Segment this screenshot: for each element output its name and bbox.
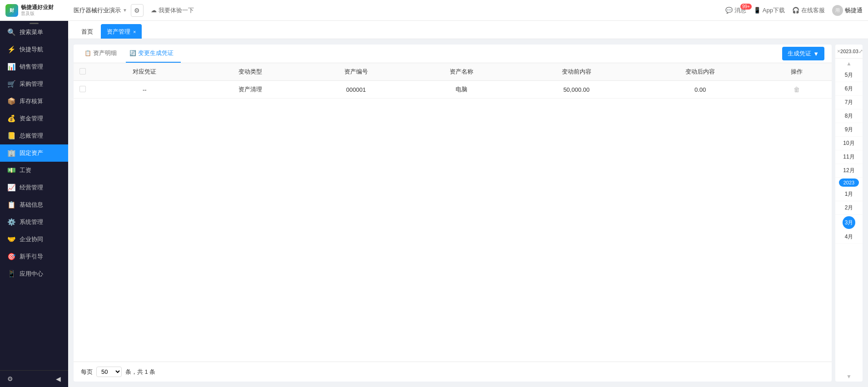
month-item-2023-2[interactable]: 2月: [835, 201, 863, 215]
company-selector[interactable]: 医疗器械行业演示 ▼: [74, 6, 127, 15]
td-asset-no: 000001: [303, 81, 409, 99]
sidebar-label-salary: 工资: [20, 166, 31, 174]
tab-bar: 首页 资产管理 ×: [68, 21, 868, 39]
month-item-2023-3-selected[interactable]: 3月: [843, 216, 855, 229]
month-item-8[interactable]: 8月: [835, 109, 863, 123]
delete-icon[interactable]: 🗑: [794, 86, 800, 93]
top-header: 财 畅捷通好业财 普及版 医疗器械行业演示 ▼ ⚙ ☁ 我要体验一下 💬 消息 …: [0, 0, 868, 21]
month-item-12[interactable]: 12月: [835, 164, 863, 178]
collapse-icon[interactable]: ◀: [56, 375, 61, 382]
logo-area: 财 畅捷通好业财 普及版: [5, 4, 74, 17]
guide-icon: 🎯: [7, 253, 16, 261]
sidebar-label-ledger: 总账管理: [20, 132, 43, 140]
sidebar-label-inventory: 库存核算: [20, 97, 43, 105]
salary-icon: 💵: [7, 166, 16, 174]
month-item-9[interactable]: 9月: [835, 123, 863, 137]
right-calendar-panel: × 2023.03 ⤢ ▲ 5月 6月 7月 8月 9月 10月 11月 12月…: [835, 45, 863, 382]
sidebar-bottom: ⚙ ◀: [0, 370, 68, 387]
app-download-action[interactable]: 📱 App下载: [754, 6, 785, 15]
sidebar-item-corp-collab[interactable]: 🤝 企业协同: [0, 231, 68, 248]
dropdown-arrow-icon: ▼: [813, 50, 819, 57]
page-content: 📋 资产明细 🔄 变更生成凭证 生成凭证 ▼: [68, 39, 868, 387]
sidebar-item-salary[interactable]: 💵 工资: [0, 162, 68, 179]
select-all-checkbox[interactable]: [79, 68, 86, 74]
sidebar: 🔍 搜索菜单 ⚡ 快捷导航 📊 销售管理 🛒 采购管理 📦 库存核算 💰: [0, 21, 68, 387]
sales-icon: 📊: [7, 63, 16, 71]
month-item-11[interactable]: 11月: [835, 150, 863, 164]
settings-icon[interactable]: ⚙: [131, 4, 144, 17]
calendar-list: 5月 6月 7月 8月 9月 10月 11月 12月 2023 1月 2月 3月…: [835, 69, 863, 372]
month-item-2023-1[interactable]: 1月: [835, 188, 863, 201]
sidebar-item-guide[interactable]: 🎯 新手引导: [0, 248, 68, 265]
sidebar-item-sales[interactable]: 📊 销售管理: [0, 58, 68, 75]
td-after-content: 0.00: [638, 81, 762, 99]
tab-close-icon[interactable]: ×: [133, 29, 136, 35]
table-header-row: 对应凭证 变动类型 资产编号 资产名称 变动前内容 变动后内容 操作: [74, 63, 832, 81]
year-2023-label[interactable]: 2023: [839, 179, 859, 187]
page-size-select[interactable]: 10 20 50 100: [96, 367, 122, 377]
month-item-7[interactable]: 7月: [835, 96, 863, 109]
th-asset-name: 资产名称: [409, 63, 515, 81]
th-voucher: 对应凭证: [92, 63, 198, 81]
sidebar-item-fund[interactable]: 💰 资金管理: [0, 110, 68, 127]
sidebar-item-purchase[interactable]: 🛒 采购管理: [0, 75, 68, 93]
logo-text-wrap: 畅捷通好业财 普及版: [21, 4, 54, 16]
user-name: 畅捷通: [845, 6, 863, 15]
sidebar-item-quick-nav[interactable]: ⚡ 快捷导航: [0, 41, 68, 58]
sub-tab-change-voucher[interactable]: 🔄 变更生成凭证: [126, 45, 181, 63]
company-name: 医疗器械行业演示: [74, 6, 121, 15]
settings-bottom-icon[interactable]: ⚙: [7, 375, 13, 382]
sidebar-item-basic-info[interactable]: 📋 基础信息: [0, 196, 68, 213]
sidebar-label-system: 系统管理: [20, 218, 43, 226]
fixed-asset-icon: 🏢: [7, 149, 16, 157]
message-action[interactable]: 💬 消息 99+: [725, 6, 746, 15]
fund-icon: 💰: [7, 114, 16, 123]
inventory-icon: 📦: [7, 97, 16, 105]
pagination-bar: 每页 10 20 50 100 条，共 1 条: [74, 362, 832, 382]
month-item-6[interactable]: 6月: [835, 82, 863, 96]
sidebar-item-operation[interactable]: 📈 经营管理: [0, 179, 68, 196]
sidebar-label-quick-nav: 快捷导航: [20, 45, 43, 54]
sidebar-scroll: 🔍 搜索菜单 ⚡ 快捷导航 📊 销售管理 🛒 采购管理 📦 库存核算 💰: [0, 24, 68, 370]
td-checkbox: [74, 81, 92, 99]
logo-icon: 财: [5, 4, 18, 17]
purchase-icon: 🛒: [7, 80, 16, 88]
sidebar-label-app-center: 应用中心: [20, 270, 43, 278]
download-icon: 📱: [754, 7, 761, 14]
sidebar-item-system[interactable]: ⚙️ 系统管理: [0, 213, 68, 231]
total-label: 条，共 1 条: [125, 368, 155, 376]
month-item-10[interactable]: 10月: [835, 137, 863, 150]
tab-asset-manage[interactable]: 资产管理 ×: [101, 24, 142, 39]
panel-expand-button[interactable]: ⤢: [858, 48, 863, 55]
panel-close-button[interactable]: ×: [837, 48, 840, 55]
sidebar-label-search: 搜索菜单: [20, 28, 43, 36]
calendar-scroll-up-button[interactable]: ▲: [835, 59, 863, 69]
sub-tab-asset-detail[interactable]: 📋 资产明细: [81, 45, 124, 63]
experience-button[interactable]: ☁ 我要体验一下: [151, 6, 194, 15]
app-subtitle: 普及版: [21, 11, 54, 16]
sidebar-item-search[interactable]: 🔍 搜索菜单: [0, 24, 68, 41]
th-action: 操作: [762, 63, 832, 81]
asset-detail-icon: 📋: [84, 50, 91, 56]
tab-home[interactable]: 首页: [75, 24, 99, 39]
panel-header: × 2023.03 ⤢: [835, 45, 863, 59]
generate-voucher-button[interactable]: 生成凭证 ▼: [782, 47, 824, 60]
sidebar-item-fixed-asset[interactable]: 🏢 固定资产: [0, 144, 68, 162]
td-asset-name: 电脑: [409, 81, 515, 99]
th-change-type: 变动类型: [198, 63, 303, 81]
month-item-5[interactable]: 5月: [835, 69, 863, 82]
month-item-2023-4[interactable]: 4月: [835, 230, 863, 244]
sidebar-label-purchase: 采购管理: [20, 80, 43, 88]
row-checkbox[interactable]: [79, 86, 86, 92]
sidebar-item-app-center[interactable]: 📱 应用中心: [0, 265, 68, 283]
td-action: 🗑: [762, 81, 832, 99]
user-area[interactable]: 用 畅捷通: [832, 5, 863, 16]
sidebar-item-inventory[interactable]: 📦 库存核算: [0, 93, 68, 110]
app-center-icon: 📱: [7, 270, 16, 278]
message-badge: 99+: [740, 4, 752, 10]
calendar-scroll-down-button[interactable]: ▼: [835, 372, 863, 382]
online-service-action[interactable]: 🎧 在线客服: [792, 6, 825, 15]
sidebar-item-ledger[interactable]: 📒 总账管理: [0, 127, 68, 144]
th-checkbox: [74, 63, 92, 81]
th-after-content: 变动后内容: [638, 63, 762, 81]
